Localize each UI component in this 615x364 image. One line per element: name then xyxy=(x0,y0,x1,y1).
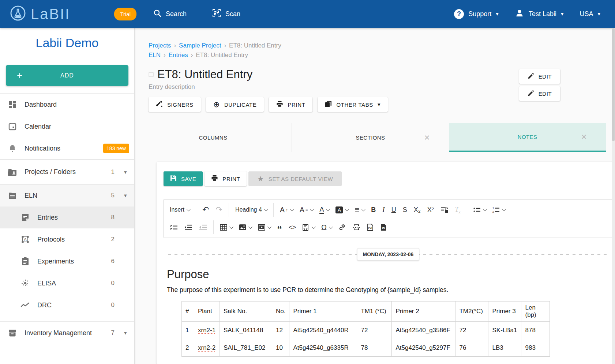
indent-button[interactable] xyxy=(181,221,196,234)
breadcrumb-separator: › xyxy=(188,52,196,58)
bold-button[interactable]: B xyxy=(368,203,379,216)
bell-icon xyxy=(8,144,17,153)
region-menu[interactable]: USA ▾ xyxy=(580,10,600,18)
alignment-dropdown[interactable]: ≡ xyxy=(351,203,368,216)
sidebar-item-dashboard[interactable]: Dashboard xyxy=(0,94,134,115)
sidebar-item-drc[interactable]: DRC 0 xyxy=(0,294,134,316)
sidebar-item-calendar[interactable]: Calendar xyxy=(0,115,134,137)
sidebar-item-notifications[interactable]: Notifications 183 new xyxy=(0,137,134,159)
sidebar-item-elisa[interactable]: ELISA 0 xyxy=(0,272,134,294)
breadcrumb-link-sample-project[interactable]: Sample Project xyxy=(179,42,221,49)
sidebar-item-protocols[interactable]: A Protocols 2 xyxy=(0,228,134,250)
special-characters-dropdown[interactable]: Ω xyxy=(318,221,335,234)
block-quote-button[interactable]: “ xyxy=(274,221,285,234)
sidebar-item-inventory-management[interactable]: Inventory Management 7 ▾ xyxy=(0,322,134,344)
sidebar-item-projects-folders[interactable]: Projects / Folders 1 ▾ xyxy=(0,160,134,184)
edit-label: EDIT xyxy=(539,73,552,80)
breadcrumb-link-eln[interactable]: ELN xyxy=(149,52,161,58)
add-button[interactable]: + ADD xyxy=(6,65,128,86)
insert-dropdown[interactable]: Insert xyxy=(166,203,193,216)
duplicate-button[interactable]: ⊕ DUPLICATE xyxy=(206,97,264,112)
search-button[interactable]: Search xyxy=(153,9,187,19)
restricted-editing-button[interactable] xyxy=(437,203,452,216)
numbered-list-dropdown[interactable]: 12 xyxy=(489,203,508,216)
editor-content[interactable]: MONDAY, 2023-02-06 Purpose The purpose o… xyxy=(163,248,613,357)
undo-button[interactable]: ↶ xyxy=(199,203,212,216)
scan-button[interactable]: Scan xyxy=(212,9,240,19)
chevron-down-icon[interactable]: ▾ xyxy=(124,192,129,199)
redo-icon: ↷ xyxy=(215,205,222,215)
line-height-dropdown[interactable]: A≡ xyxy=(296,203,316,216)
sidebar-item-entries[interactable]: Entries 8 xyxy=(0,206,134,228)
user-menu[interactable]: Test Labii ▾ xyxy=(515,8,564,20)
outdent-button[interactable] xyxy=(196,221,210,234)
todo-list-button[interactable] xyxy=(166,221,181,234)
tabs-stack-icon xyxy=(325,101,332,109)
add-label: ADD xyxy=(60,72,74,79)
breadcrumb-link-entries[interactable]: Entries xyxy=(169,52,188,58)
edit-label: EDIT xyxy=(539,91,552,97)
close-icon[interactable]: × xyxy=(424,132,430,143)
chevron-down-icon xyxy=(345,207,349,211)
signers-button[interactable]: SIGNERS xyxy=(149,97,201,112)
svg-text:2: 2 xyxy=(492,210,494,213)
svg-text:W: W xyxy=(382,226,385,230)
trial-badge[interactable]: Trial xyxy=(114,8,136,20)
pencil-icon xyxy=(528,73,534,80)
chevron-down-icon[interactable]: ▾ xyxy=(124,330,129,336)
insert-media-dropdown[interactable] xyxy=(255,221,274,234)
support-menu[interactable]: ? Support ▾ xyxy=(454,9,499,19)
date-badge: MONDAY, 2023-02-06 xyxy=(357,248,420,261)
search-icon xyxy=(153,9,161,19)
scrollbar-thumb[interactable] xyxy=(612,28,615,141)
insert-label: Insert xyxy=(170,206,184,213)
strikethrough-button[interactable]: S xyxy=(400,203,410,216)
breadcrumb-current: ET8: Untitled Entry xyxy=(196,52,248,58)
entry-checkbox[interactable] xyxy=(149,72,154,77)
sidebar-item-experiments[interactable]: Experiments 6 xyxy=(0,250,134,272)
editor-print-button[interactable]: PRINT xyxy=(205,171,247,186)
export-pdf-button[interactable]: PDF xyxy=(364,221,377,234)
tab-notes[interactable]: NOTES × xyxy=(449,123,606,152)
edit-entry-button[interactable]: EDIT xyxy=(519,69,560,84)
font-background-dropdown[interactable]: A xyxy=(332,203,351,216)
export-word-button[interactable]: W xyxy=(377,221,390,234)
svg-text:A: A xyxy=(24,237,27,242)
save-button[interactable]: SAVE xyxy=(164,171,203,186)
underline-button[interactable]: U xyxy=(388,203,400,216)
labii-logo[interactable]: LaBII xyxy=(10,5,70,23)
edit-description-button[interactable]: EDIT xyxy=(519,86,560,101)
close-icon[interactable]: × xyxy=(581,131,587,143)
cell: 1 xyxy=(182,322,194,339)
tab-sections[interactable]: SECTIONS × xyxy=(292,123,449,152)
superscript-icon: X² xyxy=(427,206,434,214)
font-color-dropdown[interactable]: A xyxy=(316,203,332,216)
superscript-button[interactable]: X² xyxy=(424,203,437,216)
insert-table-dropdown[interactable] xyxy=(217,221,236,234)
chevron-down-icon[interactable]: ▾ xyxy=(124,169,129,175)
bulleted-list-dropdown[interactable] xyxy=(470,203,489,216)
save-label: SAVE xyxy=(181,176,196,182)
subscript-button[interactable]: X₂ xyxy=(410,203,424,216)
sidebar-item-eln[interactable]: ELN 5 ▾ xyxy=(0,185,134,206)
chevron-down-icon xyxy=(326,207,330,211)
font-size-dropdown[interactable]: A↕ xyxy=(277,203,296,216)
heading-dropdown[interactable]: Heading 4 xyxy=(232,203,270,216)
flask-logo-icon xyxy=(10,5,26,23)
cell: 12 xyxy=(272,322,289,339)
other-tabs-button[interactable]: OTHER TABS ▾ xyxy=(318,97,388,112)
remove-format-button[interactable]: Tx xyxy=(452,203,464,216)
redo-button[interactable]: ↷ xyxy=(212,203,225,216)
scrollbar[interactable] xyxy=(612,28,615,364)
inline-code-button[interactable]: <> xyxy=(285,221,299,234)
page-break-button[interactable] xyxy=(349,221,364,234)
table-row: 2 xrn2-2 SAIL_781_E02 10 At5g42540_g6335… xyxy=(182,339,550,357)
breadcrumb-link-projects[interactable]: Projects xyxy=(149,42,171,49)
insert-image-dropdown[interactable] xyxy=(236,221,255,234)
italic-button[interactable]: I xyxy=(379,203,388,216)
tab-columns[interactable]: COLUMNS xyxy=(135,123,292,152)
code-block-dropdown[interactable] xyxy=(299,221,318,234)
link-button[interactable] xyxy=(335,221,349,234)
print-button[interactable]: PRINT xyxy=(269,97,312,112)
pencil-icon xyxy=(528,90,534,98)
